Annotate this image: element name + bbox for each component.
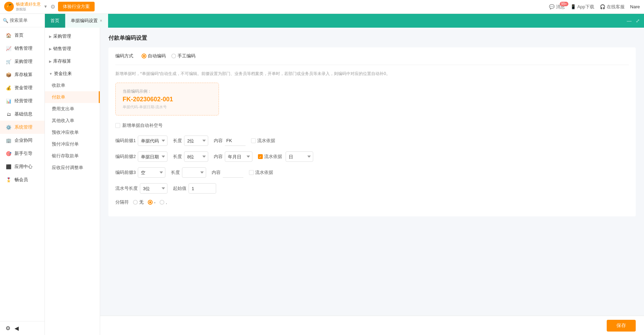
length1-label: 长度 xyxy=(173,138,182,144)
settings-bottom-icon[interactable]: ⚙ xyxy=(6,325,10,332)
auto-fill-checkbox[interactable] xyxy=(115,123,120,128)
serial3-label: 流水依据 xyxy=(255,169,273,176)
search-label: 搜索菜单 xyxy=(10,17,28,24)
service-label: 在线客服 xyxy=(607,4,625,10)
granularity-select[interactable]: 日 xyxy=(286,151,313,162)
content3-input[interactable] xyxy=(223,167,243,178)
prefix3-select[interactable]: 空 xyxy=(138,167,165,178)
length3-label: 长度 xyxy=(171,169,180,176)
auto-encode-option[interactable]: 自动编码 xyxy=(142,53,166,59)
sub-item-bank[interactable]: 银行存取款单 xyxy=(45,150,100,162)
content2-item: 内容 年月日 xyxy=(214,151,252,162)
arrow-purchase: ▶ xyxy=(49,35,52,38)
app-label: App下载 xyxy=(577,4,594,10)
sep-dash[interactable]: - xyxy=(148,200,155,205)
sidebar-label-system: 系统管理 xyxy=(15,124,32,130)
code-preview-desc: 单据代码-单据日期-流水号 xyxy=(123,104,212,110)
sep-none-dot[interactable] xyxy=(133,200,138,205)
settings-icon[interactable]: ⚙ xyxy=(50,3,55,10)
manual-encode-radio[interactable] xyxy=(171,54,176,58)
sidebar-label-operation: 经营管理 xyxy=(15,98,32,104)
length2-label: 长度 xyxy=(173,153,182,160)
sub-item-other-income[interactable]: 其他收入单 xyxy=(45,115,100,127)
sep-dash-dot[interactable] xyxy=(148,200,153,205)
manual-encode-option[interactable]: 手工编码 xyxy=(171,53,195,59)
username[interactable]: Nare xyxy=(630,4,640,9)
sub-item-prepay-recv[interactable]: 预收冲应收单 xyxy=(45,127,100,138)
sub-item-expense[interactable]: 费用支出单 xyxy=(45,103,100,115)
sidebar-search[interactable]: 🔍 搜索菜单 xyxy=(0,14,45,27)
prefix2-select[interactable]: 单据日期 xyxy=(138,151,167,162)
sep-label: 分隔符 xyxy=(115,199,129,205)
auto-encode-label: 自动编码 xyxy=(148,53,166,59)
content-area: 首页 单据编码设置 × — ⤢ ▶ 采购管理 xyxy=(45,14,644,335)
sidebar-item-finance[interactable]: 💰 资金管理 xyxy=(0,81,45,94)
form-section: 编码方式 自动编码 手工编码 xyxy=(108,47,636,216)
tab-maximize-btn[interactable]: ⤢ xyxy=(636,18,640,24)
sep-dot[interactable]: . xyxy=(160,200,167,205)
sidebar-item-purchase[interactable]: 🛒 采购管理 xyxy=(0,55,45,68)
online-service[interactable]: 🎧 在线客服 xyxy=(600,4,625,10)
tab-home[interactable]: 首页 xyxy=(45,14,65,28)
tab-encoding[interactable]: 单据编码设置 × xyxy=(65,14,108,28)
length2-select[interactable]: 8位 xyxy=(184,151,208,162)
sidebar-label-inventory: 库存核算 xyxy=(15,72,32,78)
sidebar-label-finance: 资金管理 xyxy=(15,85,32,91)
serial2-checkbox[interactable]: ✓ xyxy=(258,154,263,159)
brand-name: 畅捷通好生意 xyxy=(16,2,41,7)
collapse-icon[interactable]: ◀ xyxy=(15,325,19,332)
auto-encode-radio[interactable] xyxy=(142,54,146,58)
sub-header-stock[interactable]: ▶ 库存核算 xyxy=(45,55,100,67)
sidebar-item-basic[interactable]: 🗂 基础信息 xyxy=(0,108,45,121)
sub-item-adjust[interactable]: 应收应付调整单 xyxy=(45,162,100,174)
serial-start-input[interactable] xyxy=(189,183,216,194)
sidebar-item-inventory[interactable]: 📦 库存核算 xyxy=(0,68,45,81)
bottom-bar: 保存 xyxy=(100,316,644,335)
nav-dropdown[interactable]: ▼ xyxy=(44,4,48,9)
serial-start-item: 起始值 xyxy=(173,183,216,194)
sub-group-capital: ▼ 资金往来 收款单 付款单 费用支出单 其他收入单 预收冲应收单 预付冲应付单… xyxy=(45,68,100,174)
sidebar-item-home[interactable]: 🏠 首页 xyxy=(0,29,45,42)
topbar: 🍊 畅捷通好生意 旗舰版 ▼ ⚙ 体验行业方案 💬 消息 99+ 📱 App下载… xyxy=(0,0,644,14)
sep-dot-dot[interactable] xyxy=(160,200,164,205)
sidebar-item-operation[interactable]: 📊 经营管理 xyxy=(0,94,45,108)
sub-header-sales[interactable]: ▶ 销售管理 xyxy=(45,43,100,55)
sep-none[interactable]: 无 xyxy=(133,199,144,205)
sidebar-item-member[interactable]: 🎖️ 畅会员 xyxy=(0,173,45,186)
prefix1-select[interactable]: 单据代码 xyxy=(138,136,167,146)
encoding-method-row: 编码方式 自动编码 手工编码 xyxy=(115,53,629,65)
sidebar-item-system[interactable]: ⚙️ 系统管理 xyxy=(0,121,45,134)
sidebar-item-sales[interactable]: 📈 销售管理 xyxy=(0,42,45,55)
sub-item-payment[interactable]: 付款单 xyxy=(45,91,100,103)
sub-item-receipt[interactable]: 收款单 xyxy=(45,80,100,91)
sidebar-label-basic: 基础信息 xyxy=(15,111,32,117)
tab-minimize-btn[interactable]: — xyxy=(627,18,632,24)
trial-button[interactable]: 体验行业方案 xyxy=(58,2,95,11)
auto-fill-label: 新增单据自动补空号 xyxy=(122,122,163,129)
app-download[interactable]: 📱 App下载 xyxy=(570,4,594,10)
sidebar-item-guide[interactable]: 🎯 新手引导 xyxy=(0,147,45,160)
content1-input[interactable] xyxy=(225,136,246,146)
tab-close-btn[interactable]: × xyxy=(100,18,102,23)
sidebar-item-appstore[interactable]: ⬛ 应用中心 xyxy=(0,160,45,173)
save-button[interactable]: 保存 xyxy=(607,320,636,332)
manual-encode-label: 手工编码 xyxy=(177,53,195,59)
sub-header-purchase[interactable]: ▶ 采购管理 xyxy=(45,30,100,42)
serial3-checkbox[interactable] xyxy=(249,170,254,175)
serial1-checkbox[interactable] xyxy=(251,138,256,143)
sidebar-item-enterprise[interactable]: 🏢 企业协同 xyxy=(0,134,45,147)
sub-header-capital[interactable]: ▼ 资金往来 xyxy=(45,68,100,80)
sub-group-sales: ▶ 销售管理 xyxy=(45,43,100,55)
length3-select[interactable] xyxy=(182,167,206,178)
form-row-prefix1: 编码前缀1 单据代码 长度 2位 xyxy=(115,136,629,146)
message-wrap[interactable]: 💬 消息 99+ xyxy=(549,4,565,10)
auto-fill-row: 新增单据自动补空号 xyxy=(115,122,629,129)
page-content: 付款单编码设置 编码方式 自动编码 xyxy=(100,28,644,335)
tab-bar: 首页 单据编码设置 × — ⤢ xyxy=(45,14,644,28)
length1-select[interactable]: 2位 xyxy=(184,136,208,146)
content2-select[interactable]: 年月日 xyxy=(225,151,252,162)
sidebar-label-sales: 销售管理 xyxy=(15,45,32,52)
serial-length-select[interactable]: 3位 xyxy=(140,183,167,194)
prefix3-item: 编码前缀3 空 xyxy=(115,167,165,178)
sub-item-prepay-pay[interactable]: 预付冲应付单 xyxy=(45,138,100,150)
